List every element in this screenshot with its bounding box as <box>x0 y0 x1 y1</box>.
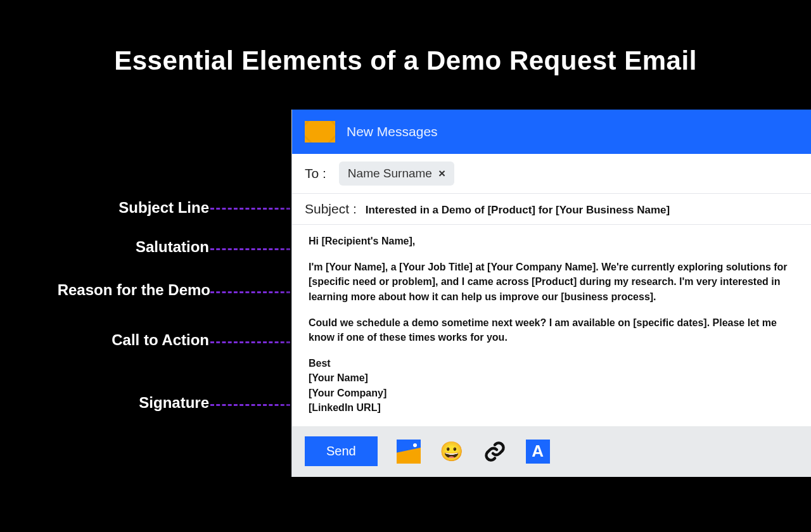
label-salutation: Salutation <box>136 238 209 256</box>
to-row: To : Name Surname × <box>292 154 811 194</box>
email-body[interactable]: Hi [Recipient's Name], I'm [Your Name], … <box>292 225 811 426</box>
body-signature: Best [Your Name] [Your Company] [LinkedI… <box>309 356 796 415</box>
body-paragraph-1: I'm [Your Name], a [Your Job Title] at [… <box>309 260 796 304</box>
chip-remove-icon[interactable]: × <box>438 167 445 180</box>
connector-salutation <box>210 248 290 250</box>
compose-header-title: New Messages <box>347 124 438 139</box>
insert-image-icon[interactable] <box>397 440 421 464</box>
recipient-chip[interactable]: Name Surname × <box>339 162 454 186</box>
recipient-chip-text: Name Surname <box>348 167 432 180</box>
connector-signature <box>210 404 290 406</box>
body-paragraph-2: Could we schedule a demo sometime next w… <box>309 315 796 345</box>
connector-cta <box>210 341 290 343</box>
label-signature: Signature <box>139 394 209 412</box>
label-subject-line: Subject Line <box>118 199 209 217</box>
body-greeting: Hi [Recipient's Name], <box>309 234 796 248</box>
label-cta: Call to Action <box>112 331 209 349</box>
sig-line-3: [Your Company] <box>309 388 386 398</box>
subject-label: Subject : <box>305 201 357 217</box>
diagram-stage: Essential Elements of a Demo Request Ema… <box>0 0 811 532</box>
text-format-icon[interactable]: A <box>526 440 550 464</box>
email-compose-window: New Messages To : Name Surname × Subject… <box>291 110 811 477</box>
subject-row: Subject : Interested in a Demo of [Produ… <box>292 194 811 225</box>
insert-emoji-icon[interactable]: 😀 <box>440 440 464 464</box>
compose-header-bar: New Messages <box>292 110 811 154</box>
subject-text[interactable]: Interested in a Demo of [Product] for [Y… <box>366 204 670 217</box>
connector-reason <box>210 291 290 293</box>
sig-line-2: [Your Name] <box>309 372 368 383</box>
page-title: Essential Elements of a Demo Request Ema… <box>0 46 811 76</box>
envelope-icon <box>305 121 335 142</box>
to-label: To : <box>305 166 326 181</box>
sig-line-4: [LinkedIn URL] <box>309 402 381 413</box>
insert-link-icon[interactable] <box>483 440 507 464</box>
sig-line-1: Best <box>309 358 331 369</box>
connector-subject <box>210 208 290 210</box>
send-button[interactable]: Send <box>305 436 378 466</box>
compose-toolbar: Send 😀 A <box>292 426 811 477</box>
label-reason: Reason for the Demo <box>58 281 210 299</box>
